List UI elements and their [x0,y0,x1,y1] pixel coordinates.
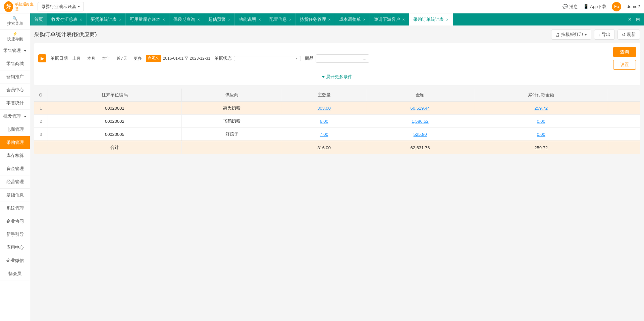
tab-purchase-order-stats[interactable]: 采购订单统计表 ✕ [409,13,453,25]
tab-close-purchase-order-stats[interactable]: ✕ [446,18,448,21]
filter-toggle-btn[interactable]: ▶ [38,54,46,62]
sidebar-item-enterprise[interactable]: 企业协同 [0,215,30,228]
workspace-chevron [77,6,80,7]
sidebar-item-appstore[interactable]: 应用中心 [0,241,30,254]
sidebar-item-member2[interactable]: 畅会员 [0,267,30,280]
settings-btn[interactable]: 设置 [613,60,636,70]
sidebar-item-finance[interactable]: 资金管理 [0,162,30,175]
tab-close-overstock[interactable]: ✕ [228,18,230,21]
sidebar-item-ecommerce[interactable]: 电商管理 [0,123,30,136]
expand-more-btn[interactable]: 展开更多条件 [38,72,636,81]
tab-invite-downstream[interactable]: 邀请下游客户 ✕ [370,13,409,25]
sidebar-item-basic[interactable]: 基础信息 [0,189,30,202]
table-header-row: ⚙ 往来单位编码 供应商 主数量 金额 累计付款金额 [34,89,640,102]
settings-icon[interactable]: ⚙ [39,92,43,98]
table-row[interactable]: 2 00020002 飞鹤奶粉 6.00 1,586.52 0.00 [34,115,640,128]
col-amount: 金额 [366,89,474,102]
message-icon: 💬 [562,4,568,9]
sidebar-item-guide[interactable]: 新手引导 [0,228,30,241]
logo-area: 好 畅捷通好生意 [4,1,34,12]
sidebar-item-member[interactable]: 会员中心 [0,84,30,97]
col-paid: 累计付款金额 [474,89,608,102]
status-select[interactable] [234,56,301,61]
tab-close-stock-ledger[interactable]: ✕ [162,18,165,21]
sidebar-item-marketing[interactable]: 营销推广 [0,70,30,84]
table-row[interactable]: 3 00020005 好孩子 7.00 525.80 0.00 [34,128,640,141]
expand-chevron [322,76,325,78]
tab-close-invite-downstream[interactable]: ✕ [402,18,405,21]
tab-close-order-summary[interactable]: ✕ [119,18,121,21]
goods-input[interactable]: ... [316,54,369,63]
app-download-btn[interactable]: 📱 App下载 [583,4,606,10]
tab-config[interactable]: 配置信息 ✕ [265,13,296,25]
print-chevron [584,34,587,36]
sidebar-item-operations[interactable]: 经营管理 [0,175,30,189]
tab-order-summary[interactable]: 要货单统计表 ✕ [87,13,126,25]
avatar[interactable]: Ea [612,2,621,11]
tab-close-cost-adjust[interactable]: ✕ [363,18,366,21]
sidebar-item-retail[interactable]: 零售管理 [0,44,30,57]
footer-empty-3 [608,141,640,154]
page-title: 采购订单统计表(按供应商) [34,31,97,38]
tab-function-desc[interactable]: 功能说明 ✕ [235,13,265,25]
tab-expand-btn[interactable]: ⊞ [635,16,641,23]
shortcut-this-year[interactable]: 本年 [99,55,113,62]
sidebar-search[interactable]: 🔍 搜索菜单 [0,13,30,30]
row-amount[interactable]: 525.80 [366,128,474,141]
page-content: 采购订单统计表(按供应商) 🖨 按模板打印 ↓ 导出 ↺ [30,25,644,321]
tab-close-recv-summary[interactable]: ✕ [79,18,82,21]
row-num: 2 [34,115,48,128]
row-quantity[interactable]: 6.00 [282,115,366,128]
table-row[interactable]: 1 00020001 惠氏奶粉 303.00 60,519.44 259.72 [34,102,640,115]
sidebar-item-wechat[interactable]: 企业微信 [0,254,30,267]
footer-empty-1 [34,141,48,154]
row-amount[interactable]: 60,519.44 [366,102,474,115]
shortcut-this-month[interactable]: 本月 [85,55,98,62]
workspace-selector[interactable]: 母婴行业演示账套 [38,2,84,11]
row-quantity[interactable]: 7.00 [282,128,366,141]
custom-badge[interactable]: 自定义 [146,55,161,62]
tab-warranty[interactable]: 保质期查询 ✕ [169,13,204,25]
sidebar-item-retail-store[interactable]: 零售商城 [0,57,30,70]
tab-cost-adjust[interactable]: 成本调整单 ✕ [335,13,370,25]
sidebar-item-wholesale[interactable]: 批发管理 [0,110,30,123]
tab-close-function-desc[interactable]: ✕ [258,18,261,21]
shortcut-more[interactable]: 更多 [131,55,145,62]
tab-close-warranty[interactable]: ✕ [197,18,200,21]
row-paid[interactable]: 259.72 [474,102,608,115]
row-amount[interactable]: 1,586.52 [366,115,474,128]
user-name[interactable]: demo2 [627,4,640,9]
print-btn[interactable]: 🖨 按模板打印 [551,30,591,40]
shortcut-last-month[interactable]: 上月 [70,55,83,62]
export-btn[interactable]: ↓ 导出 [594,30,615,40]
sidebar-item-system[interactable]: 系统管理 [0,202,30,215]
goods-dots[interactable]: ... [363,56,366,61]
message-btn[interactable]: 💬 消息 [562,4,578,10]
filter-row: ▶ 单据日期 上月 本月 本年 近7天 更多 自定义 [38,47,636,70]
sidebar-item-purchase[interactable]: 采购管理 [0,136,30,149]
app-download-label: App下载 [590,4,606,10]
tab-recv-summary[interactable]: 收发存汇总表 ✕ [47,13,87,25]
tab-stock-ledger[interactable]: 可用量库存账本 ✕ [126,13,169,25]
row-paid[interactable]: 0.00 [474,128,608,141]
refresh-btn[interactable]: ↺ 刷新 [618,30,640,40]
tab-bar-actions: ✕ ⊞ [624,16,644,23]
sidebar-item-inventory[interactable]: 库存核算 [0,149,30,162]
sidebar-item-retail-stats[interactable]: 零售统计 [0,97,30,110]
row-paid[interactable]: 0.00 [474,115,608,128]
footer-empty-2 [182,141,282,154]
tab-overstock[interactable]: 超储预警 ✕ [204,13,235,25]
row-extra [608,102,640,115]
sidebar-quick-nav[interactable]: ⚡ 快捷导航 [0,30,30,44]
tab-close-pick-task[interactable]: ✕ [328,18,331,21]
col-settings[interactable]: ⚙ [34,89,48,102]
tab-pick-task[interactable]: 拣货任务管理 ✕ [296,13,335,25]
col-code: 往来单位编码 [48,89,182,102]
shortcut-last-7days[interactable]: 近7天 [114,55,130,62]
query-btn[interactable]: 查询 [613,47,636,57]
print-icon: 🖨 [555,32,560,37]
row-quantity[interactable]: 303.00 [282,102,366,115]
tab-home[interactable]: 首页 [30,13,47,25]
tab-close-config[interactable]: ✕ [289,18,291,21]
tab-close-all-btn[interactable]: ✕ [627,16,633,23]
